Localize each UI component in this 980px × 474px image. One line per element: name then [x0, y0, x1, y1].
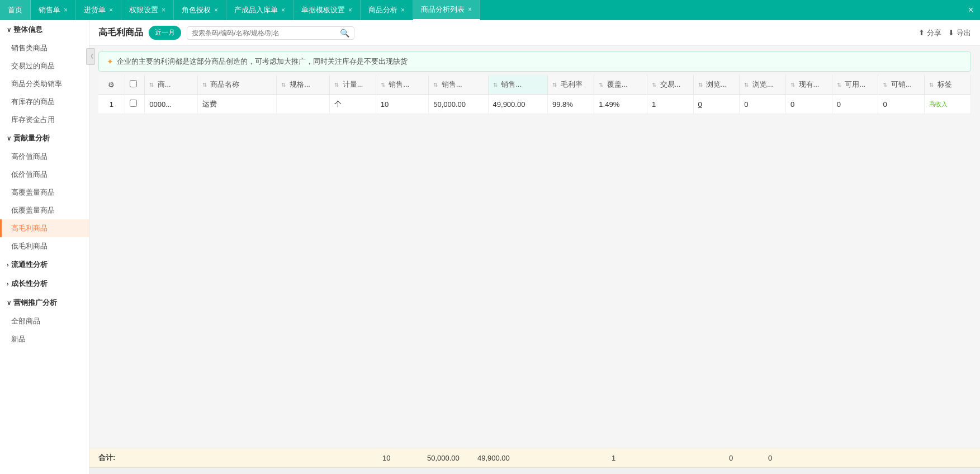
sidebar-group-growth[interactable]: › 成长性分析	[0, 274, 89, 293]
col-name[interactable]: 商品名称	[197, 75, 277, 95]
cell-current: 0	[785, 95, 832, 114]
sidebar-item-new-goods[interactable]: 新品	[0, 330, 89, 348]
cell-gross-rate: 99.8%	[547, 95, 594, 114]
footer-cell-empty6	[339, 454, 378, 462]
col-transaction[interactable]: 交易...	[647, 75, 693, 95]
share-button[interactable]: ⬆ 分享	[919, 28, 941, 38]
sidebar-item-category-rate[interactable]: 商品分类助销率	[0, 75, 89, 93]
sidebar-item-stock-capital[interactable]: 库存资金占用	[0, 111, 89, 129]
footer-empty-coverage	[562, 454, 607, 462]
export-button[interactable]: ⬇ 导出	[948, 28, 971, 38]
tab-product-entry[interactable]: 产成品入库单 ×	[226, 0, 293, 20]
sidebar-item-high-coverage[interactable]: 高覆盖量商品	[0, 184, 89, 201]
export-icon: ⬇	[948, 29, 954, 37]
cell-spec	[277, 95, 330, 114]
settings-icon[interactable]: ⚙	[108, 81, 115, 89]
tab-homepage[interactable]: 首页	[0, 0, 31, 20]
sidebar-group-overall[interactable]: ∨ 整体信息	[0, 20, 89, 39]
sidebar-item-high-margin[interactable]: 高毛利商品	[0, 219, 89, 237]
content-header: 高毛利商品 近一月 🔍 ⬆ 分享 ⬇ 导出	[89, 20, 980, 46]
cell-sales2: 50,000.00	[429, 95, 488, 114]
close-template-tab[interactable]: ×	[348, 6, 352, 14]
content-area: 高毛利商品 近一月 🔍 ⬆ 分享 ⬇ 导出	[89, 20, 980, 474]
tab-role[interactable]: 角色授权 ×	[174, 0, 226, 20]
footer-cell-empty3	[182, 454, 227, 462]
col-tag[interactable]: 标签	[925, 75, 971, 95]
footer-empty-browse2	[685, 454, 725, 462]
tab-product-analysis-list[interactable]: 商品分析列表 ×	[413, 0, 480, 20]
col-gross-rate[interactable]: 毛利率	[547, 75, 594, 95]
sidebar: ∨ 整体信息 销售类商品 交易过的商品 商品分类助销率 有库存的商品 库存资金占…	[0, 20, 89, 474]
close-sales-tab[interactable]: ×	[64, 6, 68, 14]
select-all-checkbox[interactable]	[130, 80, 137, 87]
col-saleable[interactable]: 可销...	[878, 75, 925, 95]
footer-transaction: 1	[607, 454, 646, 462]
footer-sales3: 49,900.00	[473, 454, 523, 462]
sidebar-collapse-button[interactable]: 《	[86, 48, 95, 65]
sidebar-group-marketing[interactable]: ∨ 营销推广分析	[0, 293, 89, 312]
search-input[interactable]	[192, 29, 340, 37]
info-icon: ✦	[107, 57, 113, 66]
close-analysis-list-tab[interactable]: ×	[468, 6, 472, 13]
sidebar-item-stocked-goods[interactable]: 有库存的商品	[0, 93, 89, 111]
sidebar-item-all-goods[interactable]: 全部商品	[0, 312, 89, 330]
cell-sales3: 49,900.00	[488, 95, 547, 114]
chevron-down-icon-2: ∨	[7, 135, 11, 142]
table-wrapper: ⚙ 商... 商品名称 规格.	[89, 75, 980, 448]
close-permission-tab[interactable]: ×	[162, 6, 165, 14]
close-analysis-tab[interactable]: ×	[401, 6, 405, 14]
sidebar-item-high-value[interactable]: 高价值商品	[0, 148, 89, 166]
col-sales2[interactable]: 销售...	[429, 75, 488, 95]
col-available[interactable]: 可用...	[832, 75, 878, 95]
footer-cell-empty5	[294, 454, 339, 462]
bottom-scrollbar[interactable]	[89, 467, 980, 474]
footer-cells: 10 50,000.00 49,900.00 1 0 0	[143, 454, 971, 462]
sidebar-item-low-margin[interactable]: 低毛利商品	[0, 237, 89, 255]
col-code[interactable]: 商...	[145, 75, 198, 95]
footer-empty-browse1	[646, 454, 685, 462]
col-browse2[interactable]: 浏览...	[740, 75, 786, 95]
col-browse1[interactable]: 浏览...	[693, 75, 740, 95]
sidebar-group-contribution[interactable]: ∨ 贡献量分析	[0, 129, 89, 148]
page-title: 高毛利商品	[98, 27, 143, 39]
search-icon[interactable]: 🔍	[340, 29, 349, 37]
footer-sales1: 10	[378, 454, 423, 462]
tab-permission[interactable]: 权限设置 ×	[121, 0, 174, 20]
tab-sales[interactable]: 销售单 ×	[31, 0, 76, 20]
share-icon: ⬆	[919, 29, 925, 37]
tab-product-analysis[interactable]: 商品分析 ×	[361, 0, 413, 20]
cell-browse1[interactable]: 0	[693, 95, 740, 114]
chevron-right-icon-2: ›	[7, 280, 9, 287]
col-current[interactable]: 现有...	[785, 75, 832, 95]
table-row: 1 0000... 运费	[98, 95, 971, 114]
col-sales1[interactable]: 销售...	[376, 75, 429, 95]
row-checkbox[interactable]	[130, 100, 137, 107]
close-purchase-tab[interactable]: ×	[109, 6, 113, 14]
col-coverage[interactable]: 覆盖...	[594, 75, 647, 95]
sidebar-item-sales-goods[interactable]: 销售类商品	[0, 39, 89, 57]
cell-checkbox[interactable]	[125, 95, 144, 114]
col-unit[interactable]: 计量...	[330, 75, 376, 95]
close-role-tab[interactable]: ×	[214, 6, 218, 14]
footer-cell-empty2	[165, 454, 182, 462]
footer-current: 0	[725, 454, 764, 462]
sidebar-item-low-coverage[interactable]: 低覆盖量商品	[0, 201, 89, 219]
tab-template[interactable]: 单据模板设置 ×	[293, 0, 361, 20]
filter-recent-month[interactable]: 近一月	[149, 26, 181, 40]
close-product-entry-tab[interactable]: ×	[281, 6, 285, 14]
cell-available: 0	[832, 95, 878, 114]
tab-purchase[interactable]: 进货单 ×	[76, 0, 121, 20]
footer-available: 0	[764, 454, 803, 462]
col-spec[interactable]: 规格...	[277, 75, 330, 95]
sidebar-group-liquidity[interactable]: › 流通性分析	[0, 255, 89, 274]
sidebar-item-traded-goods[interactable]: 交易过的商品	[0, 57, 89, 75]
col-sales3[interactable]: 销售...	[488, 75, 547, 95]
close-all-tabs[interactable]: ×	[962, 5, 980, 15]
cell-saleable: 0	[878, 95, 925, 114]
cell-coverage: 1.49%	[594, 95, 647, 114]
cell-browse2: 0	[740, 95, 786, 114]
sidebar-item-low-value[interactable]: 低价值商品	[0, 166, 89, 184]
cell-index: 1	[98, 95, 125, 114]
footer-sales2: 50,000.00	[423, 454, 473, 462]
col-checkbox	[125, 75, 144, 95]
